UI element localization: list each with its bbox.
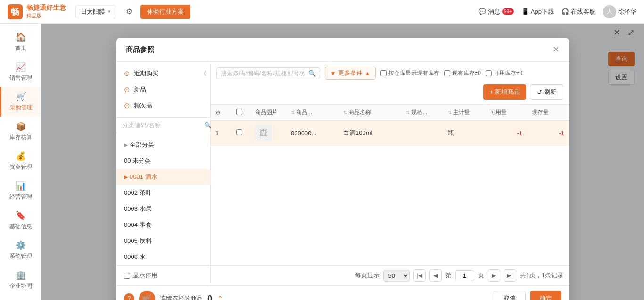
arrow-icon: ▶ (124, 142, 128, 148)
page-label: 第 (446, 271, 452, 280)
cat-item-0003[interactable]: 0003 水果 (116, 201, 210, 217)
cat-item-00[interactable]: 00 未分类 (116, 153, 210, 169)
dialog-overlay: 商品参照 ✕ ⊙ 近期购买 (41, 24, 644, 300)
row-available: -1 (485, 121, 527, 146)
sort-icon[interactable]: ⇅ (343, 110, 347, 115)
checkbox-stock-nonzero[interactable]: 现有库存≠0 (444, 69, 481, 77)
avatar: 人 (603, 5, 616, 18)
tab-new-products[interactable]: ⊙ 新品 (116, 82, 210, 98)
toolbar-right: + 新增商品 ↺ 刷新 (483, 84, 563, 100)
sidebar-item-label: 库存核算 (9, 133, 32, 142)
cat-item-0005[interactable]: 0005 饮料 (116, 233, 210, 249)
table-settings-icon[interactable]: ⚙ (215, 109, 221, 116)
toolbar: 🔍 ▼ 更多条件 ▲ 按仓库显示现有库存 (211, 62, 569, 105)
sidebar-item-label: 企业协同 (9, 282, 32, 290)
show-disabled-label: 显示停用 (133, 271, 157, 280)
nav-online-service[interactable]: 🎧 在线客服 (561, 8, 595, 16)
home-icon: 🏠 (16, 32, 26, 42)
search-submit-icon[interactable]: 🔍 (308, 70, 316, 77)
pagination: 每页显示 50 100 |◀ ◀ 第 页 ▶ ▶| (211, 265, 569, 285)
sidebar-item-label: 首页 (15, 44, 26, 52)
finance-icon: 💰 (16, 151, 26, 161)
select-all-checkbox[interactable] (236, 109, 242, 115)
row-stock: -1 (527, 121, 569, 146)
sidebar-item-basic-info[interactable]: 🔖 基础信息 (0, 206, 41, 235)
first-page-button[interactable]: |◀ (413, 269, 426, 282)
tab-label: 新品 (134, 85, 146, 94)
tab-recent-purchase[interactable]: ⊙ 近期购买 (116, 66, 210, 82)
sort-icon[interactable]: ⇅ (291, 110, 295, 115)
chevron-up-icon: ▲ (364, 70, 371, 77)
product-table: ⚙ 商品图片 (211, 105, 569, 146)
col-header-unit: ⇅ 主计量 (443, 105, 485, 121)
checkbox-stock-label: 现有库存≠0 (452, 69, 481, 77)
page-input[interactable] (455, 270, 474, 281)
username-label: 徐泽华 (618, 8, 636, 16)
per-page-select[interactable]: 50 100 (383, 270, 410, 282)
add-product-button[interactable]: + 新增商品 (483, 84, 526, 100)
nav-selector[interactable]: 日太阳膜 ▾ (75, 5, 116, 18)
confirm-button[interactable]: 确定 (530, 291, 561, 300)
sort-icon[interactable]: ⇅ (448, 110, 452, 115)
tab-label: 频次高 (134, 101, 152, 110)
dialog-body: ⊙ 近期购买 ⊙ 新品 ⊙ 频次高 (116, 62, 569, 285)
sidebar-item-system[interactable]: ⚙️ 系统管理 (0, 235, 41, 265)
sidebar-item-home[interactable]: 🏠 首页 (0, 27, 41, 57)
dialog-close-button[interactable]: ✕ (553, 44, 560, 55)
sidebar-item-label: 经营管理 (9, 193, 32, 201)
cat-label: 全部分类 (130, 141, 154, 149)
refresh-button[interactable]: ↺ 刷新 (530, 84, 563, 100)
collapse-footer-button[interactable]: ⌃ (217, 294, 223, 300)
category-search-input[interactable] (122, 122, 201, 129)
online-service-label: 在线客服 (571, 8, 595, 16)
col-header-name: ⇅ 商品名称 (339, 105, 401, 121)
checkbox-avail-nonzero[interactable]: 可用库存≠0 (486, 69, 522, 77)
last-page-button[interactable]: ▶| (504, 269, 516, 282)
next-page-button[interactable]: ▶ (488, 269, 500, 282)
sidebar-item-sales[interactable]: 📈 销售管理 (0, 57, 41, 87)
col-header-spec: ⇅ 规格... (401, 105, 443, 121)
cat-item-0002[interactable]: 0002 茶叶 (116, 185, 210, 201)
cat-item-0004[interactable]: 0004 零食 (116, 217, 210, 233)
show-disabled-checkbox[interactable] (124, 273, 130, 279)
table-row[interactable]: 1 🖼 000600... 白酒100ml (211, 121, 569, 146)
filter-button[interactable]: ▼ 更多条件 ▲ (325, 67, 376, 80)
cart-count: 0 (207, 294, 212, 300)
product-search-input[interactable] (221, 70, 305, 77)
nav-messages[interactable]: 💬 消息 99+ (479, 8, 514, 16)
checkbox-warehouse-stock[interactable]: 按仓库显示现有库存 (380, 69, 439, 77)
content-area: 查询 设置 ✕ ⤢ 商品参照 ✕ (41, 24, 644, 300)
message-badge: 99+ (502, 8, 514, 15)
cat-item-0008[interactable]: 0008 水 (116, 249, 210, 265)
inventory-icon: 📦 (16, 121, 26, 132)
sidebar-item-finance[interactable]: 💰 资金管理 (0, 146, 41, 176)
sort-icon[interactable]: ⇅ (406, 110, 410, 115)
left-tabs: ⊙ 近期购买 ⊙ 新品 ⊙ 频次高 (116, 62, 210, 118)
nav-user[interactable]: 人 徐泽华 (603, 5, 636, 18)
prev-page-button[interactable]: ◀ (429, 269, 442, 282)
show-disabled-area: 显示停用 (116, 265, 210, 285)
cancel-button[interactable]: 取消 (494, 291, 526, 300)
nav-app-download[interactable]: 📱 App下载 (521, 8, 554, 16)
cat-label: 0002 茶叶 (124, 189, 152, 197)
sidebar-item-guide[interactable]: 🆕 新手引导 (0, 295, 41, 300)
sidebar-item-purchase[interactable]: 🛒 采购管理 (0, 87, 41, 117)
app-download-label: App下载 (531, 8, 554, 16)
arrow-icon: ▶ (124, 174, 128, 180)
logo-area: 畅 畅捷通好生意 精品版 (8, 4, 66, 19)
trial-button[interactable]: 体验行业方案 (140, 5, 190, 19)
cat-item-0001[interactable]: ▶ 0001 酒水 (116, 169, 210, 185)
help-icon[interactable]: ? (124, 293, 134, 300)
left-search: 🔍 (116, 118, 210, 133)
row-code: 000600... (286, 121, 339, 146)
sidebar-item-operations[interactable]: 📊 经营管理 (0, 176, 41, 206)
cat-item-all[interactable]: ▶ 全部分类 (116, 137, 210, 153)
sidebar-item-inventory[interactable]: 📦 库存核算 (0, 117, 41, 146)
collapse-left-panel-button[interactable]: 《 (200, 69, 206, 78)
gear-icon[interactable]: ⚙ (122, 4, 137, 19)
col-header-img: 商品图片 (250, 105, 286, 121)
row-checkbox[interactable] (236, 129, 242, 135)
tab-frequent[interactable]: ⊙ 频次高 (116, 98, 210, 114)
cart-icon[interactable]: 🛒 (139, 291, 155, 300)
sidebar-item-enterprise[interactable]: 🏢 企业协同 (0, 265, 41, 295)
